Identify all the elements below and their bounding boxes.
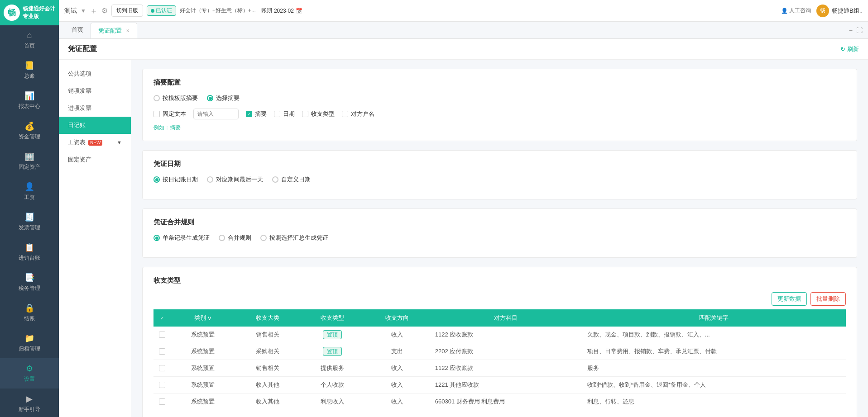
row-main-type-2: 销售相关 bbox=[235, 360, 300, 377]
topbar-add-icon[interactable]: ＋ bbox=[90, 5, 98, 16]
sidebar-item-assets[interactable]: 🏢 固定资产 bbox=[0, 146, 59, 176]
sidebar-item-close-label: 结账 bbox=[24, 315, 35, 322]
table-th-checkbox: ✓ bbox=[153, 309, 171, 327]
merge-radio2[interactable]: 合并规则 bbox=[219, 234, 251, 242]
batch-delete-btn[interactable]: 批量删除 bbox=[810, 292, 846, 306]
topbar-gear-icon[interactable]: ⚙ bbox=[101, 6, 108, 15]
voucher-date-section: 凭证日期 按日记账日期 对应期间最后一天 bbox=[142, 150, 857, 199]
tab-home[interactable]: 首页 bbox=[64, 22, 91, 38]
left-menu-purchase-invoice[interactable]: 进项发票 bbox=[59, 100, 131, 117]
row-direction-3: 收入 bbox=[365, 377, 430, 393]
payroll-icon: 👤 bbox=[24, 182, 34, 192]
table-header-checkbox[interactable]: ✓ bbox=[159, 315, 165, 321]
switch-old-btn[interactable]: 切到旧版 bbox=[111, 5, 143, 17]
summary-radio2[interactable]: 选择摘要 bbox=[207, 94, 240, 102]
row-category-2: 系统预置 bbox=[171, 360, 235, 377]
row-checkbox-2 bbox=[153, 360, 171, 377]
summary-radio1[interactable]: 按模板版摘要 bbox=[153, 94, 198, 102]
sidebar-item-assets-label: 固定资产 bbox=[19, 163, 40, 171]
fixed-text-input[interactable] bbox=[193, 109, 239, 119]
refresh-icon: ↻ bbox=[840, 46, 845, 52]
sidebar-item-settings[interactable]: ⚙ 设置 bbox=[0, 358, 59, 389]
tab-controls: − ⛶ bbox=[849, 27, 863, 34]
table-row: 系统预置 销售相关 提供服务 收入 1122 应收账款 服务 bbox=[153, 360, 846, 377]
sidebar-item-archive[interactable]: 📁 归档管理 bbox=[0, 328, 59, 358]
date-radio2[interactable]: 对应期间最后一天 bbox=[207, 175, 263, 184]
topbar-company: 测试 bbox=[64, 7, 77, 15]
left-menu-fixed-assets[interactable]: 固定资产 bbox=[59, 151, 131, 168]
voucher-merge-section: 凭证合并规则 单条记录生成凭证 合并规则 bbox=[142, 208, 857, 258]
page-header: 凭证配置 ↻ 刷新 bbox=[59, 39, 868, 60]
fixed-text-checkbox[interactable]: 固定文本 bbox=[153, 110, 186, 118]
date-radio1[interactable]: 按日记账日期 bbox=[153, 175, 198, 184]
left-menu-public[interactable]: 公共选项 bbox=[59, 65, 131, 82]
income-expense-table: ✓ 类别 ∨ 收支大类 收支类型 收支方向 对方科目 匹配关键字 bbox=[153, 309, 846, 410]
sidebar-item-reports-label: 报表中心 bbox=[19, 103, 40, 110]
date-radio3[interactable]: 自定义日期 bbox=[272, 175, 311, 184]
sidebar-item-payroll[interactable]: 👤 工资 bbox=[0, 176, 59, 207]
date-radio2-circle bbox=[207, 176, 213, 183]
sidebar-item-reports[interactable]: 📊 报表中心 bbox=[0, 85, 59, 116]
row-sub-type-3: 个人收款 bbox=[300, 377, 365, 393]
guide-icon: ▶ bbox=[26, 394, 33, 404]
left-menu-journal[interactable]: 日记账 bbox=[59, 117, 131, 134]
topbar-user[interactable]: 畅 畅捷通B组.. bbox=[816, 5, 863, 17]
ledger-icon: 📒 bbox=[24, 61, 34, 71]
row-check-3[interactable] bbox=[159, 382, 165, 388]
sidebar-item-guide[interactable]: ▶ 新手引导 bbox=[0, 389, 59, 417]
row-direction-2: 收入 bbox=[365, 360, 430, 377]
calendar-icon[interactable]: 📅 bbox=[296, 8, 302, 14]
summary-section-title: 摘要配置 bbox=[153, 78, 846, 87]
date-radio3-circle bbox=[272, 176, 278, 183]
chevron-down-icon: ▼ bbox=[117, 140, 122, 145]
left-menu-payroll-table[interactable]: 工资表 NEW ▼ bbox=[59, 134, 131, 151]
sidebar-item-invoice[interactable]: 🧾 发票管理 bbox=[0, 207, 59, 237]
summary-radio1-circle bbox=[153, 95, 160, 101]
table-row: 系统预置 收入其他 个人收款 收入 1221 其他应收款 收到*借款、收到*备用… bbox=[153, 377, 846, 393]
merge-radio3[interactable]: 按照选择汇总生成凭证 bbox=[260, 234, 328, 242]
row-category-0: 系统预置 bbox=[171, 327, 235, 343]
tab-maximize-btn[interactable]: ⛶ bbox=[856, 27, 863, 34]
sidebar-item-ledger-label: 总账 bbox=[24, 72, 35, 80]
counterpart-checkbox[interactable]: 对方户名 bbox=[342, 110, 374, 118]
inner-layout: 公共选项 销项发票 进项发票 日记账 工资表 NEW ▼ bbox=[59, 60, 868, 417]
certified-dot bbox=[151, 9, 154, 13]
sidebar-item-ledger[interactable]: 📒 总账 bbox=[0, 55, 59, 85]
sidebar-item-sales[interactable]: 📋 进销台账 bbox=[0, 237, 59, 267]
tabbar: 首页 凭证配置 × − ⛶ bbox=[59, 22, 868, 39]
row-category-4: 系统预置 bbox=[171, 393, 235, 410]
sidebar-item-tax-label: 税务管理 bbox=[19, 284, 40, 292]
topbar-company-arrow[interactable]: ▼ bbox=[81, 8, 86, 14]
sidebar-item-funds[interactable]: 💰 资金管理 bbox=[0, 116, 59, 146]
pay-type-checkbox[interactable]: 收支类型 bbox=[302, 110, 335, 118]
refresh-btn[interactable]: ↻ 刷新 bbox=[840, 45, 859, 53]
topbar-help-btn[interactable]: 👤 人工咨询 bbox=[781, 7, 811, 14]
merge-radio1[interactable]: 单条记录生成凭证 bbox=[153, 234, 210, 242]
table-row: 系统预置 收入其他 利息收入 收入 660301 财务费用 利息费用 利息、行转… bbox=[153, 393, 846, 410]
row-check-0[interactable] bbox=[159, 332, 165, 338]
row-check-1[interactable] bbox=[159, 348, 165, 355]
tab-minimize-btn[interactable]: − bbox=[849, 27, 853, 34]
row-check-4[interactable] bbox=[159, 398, 165, 405]
sub-type-badge-0[interactable]: 置顶 bbox=[323, 330, 342, 339]
row-check-2[interactable] bbox=[159, 365, 165, 371]
sidebar-item-close[interactable]: 🔒 结账 bbox=[0, 298, 59, 328]
sidebar-item-sales-label: 进销台账 bbox=[19, 254, 40, 262]
summary-checkbox[interactable]: ✓ 摘要 bbox=[246, 110, 267, 118]
row-sub-type-1: 置顶 bbox=[300, 343, 365, 360]
merge-radio1-circle bbox=[153, 235, 160, 241]
date-checkbox[interactable]: 日期 bbox=[274, 110, 295, 118]
row-category-3: 系统预置 bbox=[171, 377, 235, 393]
sidebar-item-tax[interactable]: 📑 税务管理 bbox=[0, 267, 59, 298]
update-data-btn[interactable]: 更新数据 bbox=[772, 292, 807, 306]
topbar-extra-tags: 好会计（专）+好生意（标）+... bbox=[180, 7, 256, 14]
sub-type-badge-1[interactable]: 置顶 bbox=[323, 347, 342, 356]
tab-close-icon[interactable]: × bbox=[126, 28, 129, 34]
tab-voucher-config[interactable]: 凭证配置 × bbox=[91, 23, 137, 38]
sidebar-item-home[interactable]: ⌂ 首页 bbox=[0, 25, 59, 55]
row-sub-type-4: 利息收入 bbox=[300, 393, 365, 410]
table-th-direction: 收支方向 bbox=[365, 309, 430, 327]
row-subject-4: 660301 财务费用 利息费用 bbox=[430, 393, 582, 410]
sales-icon: 📋 bbox=[24, 242, 34, 252]
left-menu-sales-invoice[interactable]: 销项发票 bbox=[59, 82, 131, 100]
